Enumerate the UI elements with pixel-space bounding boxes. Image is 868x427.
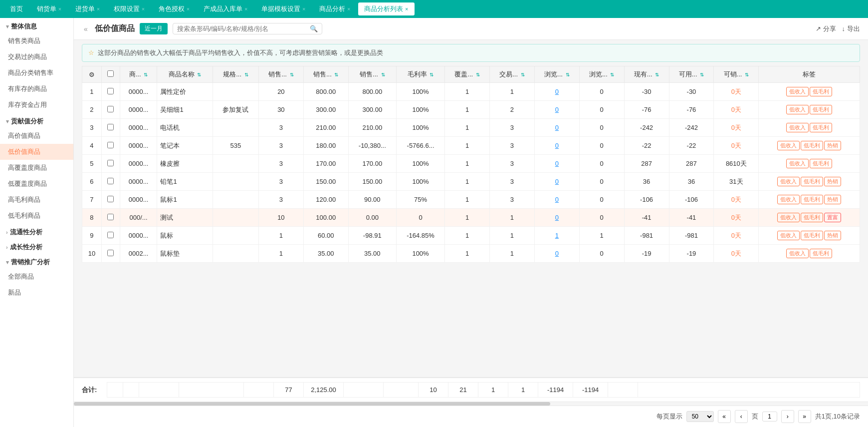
cell-view1[interactable]: 0 <box>534 173 579 191</box>
view1-link[interactable]: 0 <box>555 250 559 257</box>
sidebar-section-overall[interactable]: ▾ 整体信息 <box>0 18 73 33</box>
cell-checkbox[interactable] <box>101 191 120 209</box>
sidebar-section-contribution[interactable]: ▾ 贡献值分析 <box>0 113 73 128</box>
row-checkbox[interactable] <box>107 250 114 256</box>
nav-product-instock[interactable]: 产成品入库单 × <box>198 2 253 15</box>
sidebar-collapse-btn[interactable]: « <box>82 25 90 33</box>
sidebar-item-stock-capital[interactable]: 库存资金占用 <box>0 97 73 113</box>
row-checkbox[interactable] <box>107 142 114 148</box>
time-filter-button[interactable]: 近一月 <box>140 23 168 34</box>
cell-checkbox[interactable] <box>101 227 120 245</box>
sidebar-item-high-value[interactable]: 高价值商品 <box>0 128 73 144</box>
view1-link[interactable]: 0 <box>555 88 559 95</box>
col-trade[interactable]: 交易... ⇅ <box>490 66 535 83</box>
first-page-btn[interactable]: « <box>718 410 731 423</box>
sidebar-item-low-value[interactable]: 低价值商品 <box>0 144 73 160</box>
col-view2[interactable]: 浏览... ⇅ <box>579 66 624 83</box>
cell-stock2: 287 <box>669 155 714 173</box>
share-button[interactable]: ↗ 分享 <box>816 24 836 33</box>
col-settings[interactable]: ⚙ <box>82 66 102 83</box>
cell-checkbox[interactable] <box>101 137 120 155</box>
row-checkbox[interactable] <box>107 106 114 112</box>
view1-link[interactable]: 0 <box>555 160 559 167</box>
table-container[interactable]: ⚙ 商... ⇅ 商品名称 ⇅ 规格... ⇅ 销售... ⇅ 销售... ⇅ … <box>74 66 868 377</box>
col-sales3[interactable]: 销售... ⇅ <box>348 66 396 83</box>
cell-view1[interactable]: 0 <box>534 155 579 173</box>
cell-view1[interactable]: 0 <box>534 209 579 227</box>
sidebar-item-high-coverage[interactable]: 高覆盖度商品 <box>0 160 73 176</box>
col-stock1[interactable]: 现有... ⇅ <box>624 66 669 83</box>
cell-view1[interactable]: 1 <box>534 227 579 245</box>
sidebar-item-sales-products[interactable]: 销售类商品 <box>0 33 73 49</box>
cell-sales2: 120.00 <box>303 191 348 209</box>
col-checkbox[interactable] <box>101 66 120 83</box>
cell-checkbox[interactable] <box>101 119 120 137</box>
sidebar-item-low-margin[interactable]: 低毛利商品 <box>0 208 73 224</box>
cell-view1[interactable]: 0 <box>534 137 579 155</box>
cell-view1[interactable]: 0 <box>534 101 579 119</box>
row-checkbox[interactable] <box>107 214 114 220</box>
nav-template-settings[interactable]: 单据模板设置 × <box>255 2 311 15</box>
row-checkbox[interactable] <box>107 124 114 130</box>
cell-checkbox[interactable] <box>101 83 120 101</box>
sidebar-item-high-margin[interactable]: 高毛利商品 <box>0 192 73 208</box>
sidebar-section-marketing[interactable]: ▾ 营销推广分析 <box>0 254 73 269</box>
nav-role-auth[interactable]: 角色授权 × <box>153 2 196 15</box>
cell-view1[interactable]: 0 <box>534 83 579 101</box>
col-spec[interactable]: 规格... ⇅ <box>213 66 258 83</box>
view1-link[interactable]: 0 <box>555 178 559 185</box>
col-sales2[interactable]: 销售... ⇅ <box>303 66 348 83</box>
col-stock2[interactable]: 可用... ⇅ <box>669 66 714 83</box>
nav-home[interactable]: 首页 <box>4 2 29 15</box>
cell-checkbox[interactable] <box>101 101 120 119</box>
col-margin[interactable]: 毛利率 ⇅ <box>396 66 444 83</box>
sidebar-item-traded-products[interactable]: 交易过的商品 <box>0 49 73 65</box>
prev-page-btn[interactable]: ‹ <box>735 410 748 423</box>
sidebar-item-low-coverage[interactable]: 低覆盖度商品 <box>0 176 73 192</box>
view1-link[interactable]: 0 <box>555 142 559 149</box>
sidebar-section-growth[interactable]: › 成长性分析 <box>0 239 73 254</box>
sidebar-item-all-products[interactable]: 全部商品 <box>0 269 73 285</box>
cell-view2: 0 <box>579 209 624 227</box>
view1-link[interactable]: 0 <box>555 196 559 203</box>
col-cover[interactable]: 覆盖... ⇅ <box>445 66 490 83</box>
cell-view1[interactable]: 0 <box>534 245 579 263</box>
view1-link[interactable]: 0 <box>555 124 559 131</box>
nav-purchase-order[interactable]: 进货单 × <box>69 2 106 15</box>
nav-permission[interactable]: 权限设置 × <box>108 2 151 15</box>
sidebar-section-liquidity[interactable]: › 流通性分析 <box>0 224 73 239</box>
page-number-input[interactable] <box>762 412 777 422</box>
view1-link[interactable]: 0 <box>555 214 559 221</box>
cell-view1[interactable]: 0 <box>534 119 579 137</box>
export-button[interactable]: ↓ 导出 <box>842 24 861 33</box>
view1-link[interactable]: 1 <box>555 232 559 239</box>
cell-view1[interactable]: 0 <box>534 191 579 209</box>
cell-checkbox[interactable] <box>101 245 120 263</box>
col-sales1[interactable]: 销售... ⇅ <box>258 66 303 83</box>
search-icon[interactable]: 🔍 <box>310 25 318 32</box>
row-checkbox[interactable] <box>107 196 114 202</box>
next-page-btn[interactable]: › <box>781 410 794 423</box>
nav-sales-order[interactable]: 销货单 × <box>31 2 67 15</box>
col-view1[interactable]: 浏览... ⇅ <box>534 66 579 83</box>
col-stock3[interactable]: 可销... ⇅ <box>714 66 759 83</box>
view1-link[interactable]: 0 <box>555 106 559 113</box>
nav-product-analysis-list[interactable]: 商品分析列表 × <box>358 2 414 15</box>
sidebar-item-stock-products[interactable]: 有库存的商品 <box>0 81 73 97</box>
row-checkbox[interactable] <box>107 160 114 166</box>
row-checkbox[interactable] <box>107 232 114 238</box>
select-all-checkbox[interactable] <box>107 70 114 77</box>
last-page-btn[interactable]: » <box>798 410 811 423</box>
col-name[interactable]: 商品名称 ⇅ <box>157 66 213 83</box>
search-input[interactable] <box>177 25 310 32</box>
row-checkbox[interactable] <box>107 88 114 94</box>
row-checkbox[interactable] <box>107 178 114 184</box>
cell-checkbox[interactable] <box>101 155 120 173</box>
cell-checkbox[interactable] <box>101 173 120 191</box>
col-code[interactable]: 商... ⇅ <box>120 66 157 83</box>
page-size-select[interactable]: 50 20 100 <box>686 411 714 422</box>
sidebar-item-category-sales-rate[interactable]: 商品分类销售率 <box>0 65 73 81</box>
nav-product-analysis[interactable]: 商品分析 × <box>313 2 356 15</box>
sidebar-item-new-products[interactable]: 新品 <box>0 285 73 301</box>
cell-checkbox[interactable] <box>101 209 120 227</box>
